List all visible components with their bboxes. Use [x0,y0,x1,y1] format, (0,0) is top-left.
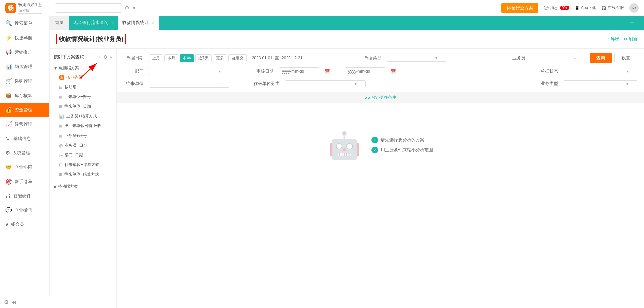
right-panel: 单据日期 上月 本月 本年 近7天 更多 自定义 2023-01-01 至 [117,49,644,308]
date-tab-more[interactable]: 更多 [213,54,227,62]
scheme-item-unit-settle2[interactable]: ▦ 往来单位+结算方式 [50,170,116,179]
window-minimize-icon[interactable]: ─ [630,20,634,26]
tab-home[interactable]: 首页 [50,16,69,30]
collapse-bar[interactable]: ∧∧ 收起更多条件 [117,92,644,103]
calendar-icon-start[interactable]: 📅 [325,69,330,74]
sidebar-item-finance[interactable]: 💰 资金管理 [0,103,49,117]
sidebar-label-operations: 经营管理 [15,121,32,127]
tab-cashflow[interactable]: 现金银行流水查询 × [69,16,118,30]
sidebar-item-basic[interactable]: 🗂 基础信息 [0,132,49,146]
app-download-action[interactable]: 📱 App下载 [575,5,596,11]
sidebar-label-inventory: 库存核算 [15,93,32,99]
sidebar-item-search[interactable]: 🔍 搜索菜单 [0,16,49,31]
counterparty-category-chevron: ▼ [354,82,357,86]
sidebar-item-vip[interactable]: V 畅会员 [0,217,49,232]
scheme-item-agent-account[interactable]: ▦ 业务员+账号 [50,131,116,141]
message-action[interactable]: 💬 消息 99+ [544,5,569,11]
dept-select[interactable]: ▼ [149,68,229,75]
add-scheme-icon[interactable]: + [98,54,101,60]
scheme-label-unit-account: 往来单位+账号 [64,94,91,100]
tab-receipt-close[interactable]: × [152,20,154,25]
calendar-icon-end[interactable]: 📅 [391,69,396,74]
tab-receipt[interactable]: 收款情况统计 × [118,16,159,30]
chevron-down-icon[interactable]: ▼ [132,6,136,10]
top-search-input[interactable] [55,3,122,13]
business-type-select[interactable]: ▼ [564,80,637,87]
gear-icon[interactable]: ⚙ [125,5,129,11]
scheme-setting-icon[interactable]: ⚙ [103,54,108,60]
scheme-label-unit-settle2: 往来单位+结算方式 [64,172,99,177]
date-tab-custom[interactable]: 自定义 [228,54,247,62]
agent-account-icon: ▦ [59,134,62,138]
sidebar-item-purchase[interactable]: 🛒 采购管理 [0,74,49,88]
counterparty-category-select[interactable]: ▼ [285,80,366,87]
sidebar-item-inventory[interactable]: 📦 库存核算 [0,88,49,103]
counterparty-select[interactable]: ··· [149,80,229,88]
voucher-type-select[interactable]: ▼ [387,55,446,62]
main-content: 首页 现金银行流水查询 × 收款情况统计 × ─ □ 收款情况统计(按业务员) … [50,16,644,308]
sidebar-label-search: 搜索菜单 [15,20,32,27]
filter-actions: 查询 设置 [590,53,637,63]
sidebar-item-collab[interactable]: 🤝 企业协同 [0,160,49,174]
dept-date-icon: ◎ [59,153,63,158]
sidebar-label-guide: 新手引导 [15,179,32,185]
scheme-item-unit-date[interactable]: ▦ 往来单位+日期 [50,102,116,111]
date-tab-last-month[interactable]: 上月 [149,54,163,62]
voucher-status-select[interactable]: ▼ [564,68,637,75]
scheme-collapse-icon[interactable]: « [110,54,112,60]
sidebar-item-sales[interactable]: 📊 销售管理 [0,59,49,74]
sidebar-label-wechat: 企业微信 [15,207,32,213]
scheme-label-agent-settle: 业务员+结算方式 [66,113,97,119]
online-service-action[interactable]: 🎧 在线客服 [601,5,624,11]
date-tab-7days[interactable]: 近7天 [195,54,212,62]
logo-area: 畅 畅捷通好生意 标准版 [5,2,55,14]
sidebar-item-operations[interactable]: 📈 经营管理 [0,117,49,132]
refresh-label: 刷新 [629,36,637,42]
scheme-item-agent-date[interactable]: ◎ 业务员+日期 [50,141,116,150]
trial-button[interactable]: 体验行业方案 [501,3,538,13]
export-button[interactable]: ↑ 导出 [607,36,620,42]
sidebar-item-guide[interactable]: 🎯 新手引导 [0,174,49,189]
scheme-label-agent: 按业务员 [66,74,83,80]
window-maximize-icon[interactable]: □ [637,20,640,26]
agent-select[interactable]: ··· [531,54,584,62]
scheme-item-unit-dept[interactable]: ▦ 按往来单位+部门+收... [50,121,116,131]
date-range: 2023-01-01 至 2023-12-31 [252,55,303,61]
hardware-icon: 🖨 [5,193,11,199]
collapse-icon: ∧∧ [365,95,371,100]
scheme-item-unit-account[interactable]: ▦ 往来单位+账号 [50,92,116,102]
query-button[interactable]: 查询 [590,53,612,63]
sidebar-item-wechat[interactable]: 💬 企业微信 [0,203,49,217]
date-tab-this-year[interactable]: 本年 [180,54,194,62]
scheme-desktop-toggle[interactable]: ▼ 电脑端方案 [50,64,116,72]
scheme-item-dept-date[interactable]: ◎ 部门+日期 [50,150,116,160]
message-badge: 99+ [560,6,569,10]
dots-icon: ··· [573,56,576,60]
message-icon: 💬 [544,6,549,10]
avatar[interactable]: Rit [629,3,639,13]
review-date-end[interactable] [345,67,385,75]
sidebar-settings-icon[interactable]: ⚙ [4,299,9,305]
sidebar-item-marketing[interactable]: 📢 营销推广 [0,45,49,59]
scheme-item-detail[interactable]: ⊞ 按明细 [50,82,116,92]
voucher-status-label: 单据状态 [538,68,558,74]
scheme-item-unit-settle1[interactable]: ⊞ 往来单位+结算方式 [50,160,116,170]
sidebar-item-hardware[interactable]: 🖨 智能硬件 [0,189,49,203]
avatar-text: Rit [632,6,636,10]
tab-cashflow-close[interactable]: × [112,20,114,25]
scheme-item-by-agent[interactable]: 业 按业务员 [50,72,116,82]
scheme-item-agent-settle[interactable]: 📊 业务员+结算方式 [50,111,116,121]
date-tab-this-month[interactable]: 本月 [164,54,178,62]
sidebar-item-system[interactable]: ⚙ 系统管理 [0,146,49,160]
sidebar-collapse-icon[interactable]: ⏮ [11,299,17,305]
tab-receipt-label: 收款情况统计 [122,20,149,26]
sidebar-label-basic: 基础信息 [13,136,31,142]
scheme-mobile-toggle[interactable]: ▶ 移动端方案 [50,182,116,191]
logo-badge: 标准版 [18,8,42,14]
sidebar-item-nav[interactable]: ⚡ 快捷导航 [0,31,49,45]
collapse-label: 收起更多条件 [372,95,396,100]
empty-steps: 1 请先选择要分析的方案 2 用过滤条件来缩小分析范围 [371,137,433,157]
setting-button[interactable]: 设置 [614,53,637,63]
refresh-button[interactable]: ↻ 刷新 [624,36,637,42]
review-date-start[interactable] [279,67,319,75]
